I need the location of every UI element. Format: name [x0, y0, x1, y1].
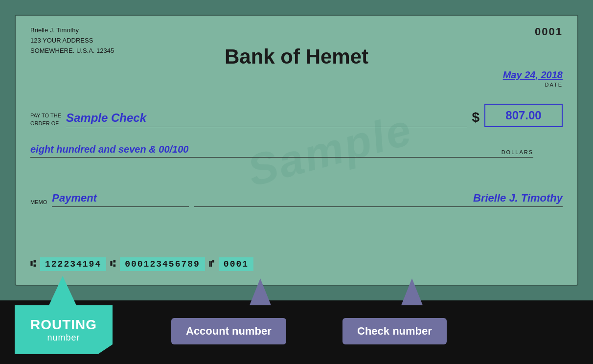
check-number-highlight: 0001 [219, 257, 253, 271]
account-number-highlight: 000123456789 [120, 257, 205, 271]
bank-name: Bank of Hemet [225, 45, 368, 68]
pay-row: PAY TO THEORDER OF Sample Check $ 807.00 [30, 104, 563, 127]
dollar-sign: $ [472, 110, 479, 127]
micr-row: ⑆ 122234194 ⑆ 000123456789 ⑈ 0001 [30, 257, 563, 271]
micr-mid-symbol: ⑆ [110, 259, 116, 269]
dollars-label: DOLLARS [502, 149, 533, 155]
micr-left-symbol: ⑆ [30, 259, 36, 269]
amount-box: 807.00 [484, 104, 563, 127]
check-paper: Sample 0001 Brielle J. Timothy 123 YOUR … [15, 15, 578, 286]
micr-right-symbol: ⑈ [209, 259, 215, 269]
account-label-box: Account number [171, 318, 286, 344]
memo-label: MEMO [30, 199, 47, 207]
address-line2: 123 YOUR ADDRESS [30, 36, 114, 46]
address-line1: Brielle J. Timothy [30, 25, 114, 36]
address-block: Brielle J. Timothy 123 YOUR ADDRESS SOME… [30, 25, 114, 56]
payee-value: Sample Check [66, 111, 146, 124]
payee-line: Sample Check [66, 111, 467, 127]
signature-value: Brielle J. Timothy [473, 192, 563, 204]
check-number-top: 0001 [535, 25, 563, 38]
memo-row: MEMO Payment Brielle J. Timothy [30, 192, 563, 207]
address-line3: SOMEWHERE. U.S.A. 12345 [30, 46, 114, 56]
routing-subtitle: number [47, 333, 80, 343]
pay-to-label: PAY TO THEORDER OF [30, 112, 61, 127]
routing-title: ROUTING [30, 317, 97, 333]
memo-line: Payment [52, 192, 189, 207]
signature-line: Brielle J. Timothy [194, 192, 563, 207]
amount-value: 807.00 [505, 109, 541, 122]
date-label: DATE [503, 82, 563, 88]
written-amount: eight hundred and seven & 00/100 [30, 144, 188, 155]
routing-arrow [49, 276, 76, 305]
checknumber-arrow [401, 278, 423, 305]
account-number-label: Account number [186, 325, 272, 337]
checknumber-label-box: Check number [342, 318, 447, 344]
account-arrow [250, 278, 271, 305]
routing-number-highlight: 122234194 [40, 257, 106, 271]
written-amount-row: eight hundred and seven & 00/100 DOLLARS [30, 144, 533, 158]
date-area: May 24, 2018 DATE [503, 69, 563, 88]
routing-label: ROUTING number [15, 305, 113, 354]
memo-value: Payment [52, 192, 97, 204]
check-number-label: Check number [357, 325, 432, 337]
date-value: May 24, 2018 [503, 69, 563, 81]
